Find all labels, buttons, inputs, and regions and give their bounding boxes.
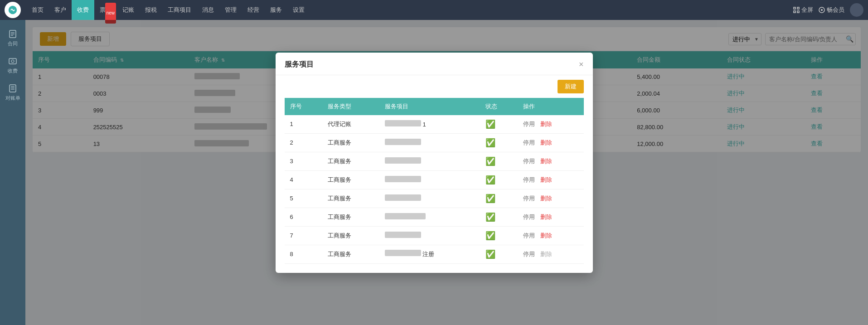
service-item-blur (385, 120, 421, 126)
sidebar-fee-label: 收费 (8, 68, 18, 74)
status-check-icon: ✅ (485, 175, 495, 184)
service-item-blur (385, 176, 421, 182)
stop-button[interactable]: 停用 (523, 139, 535, 146)
service-item-blur (385, 194, 421, 201)
sidebar: 合同 收费 对账单 (0, 20, 25, 325)
nav-operation[interactable]: 经营 (242, 0, 265, 20)
nav-bill[interactable]: 票据 new (94, 0, 117, 20)
statement-icon (8, 84, 17, 93)
list-item: 5 工商服务 ✅ 停用 删除 (285, 189, 584, 208)
svg-rect-3 (794, 11, 795, 13)
delete-button[interactable]: 删除 (540, 121, 552, 127)
nav-settings[interactable]: 设置 (287, 0, 310, 20)
delete-button[interactable]: 删除 (540, 139, 552, 146)
nav-message[interactable]: 消息 (197, 0, 219, 20)
nav-manage[interactable]: 管理 (219, 0, 242, 20)
list-item: 4 工商服务 ✅ 停用 删除 (285, 170, 584, 189)
fullscreen-button[interactable]: 全屏 (793, 6, 813, 14)
sidebar-item-fee[interactable]: 收费 (0, 52, 25, 79)
status-check-icon: ✅ (485, 138, 495, 147)
delete-button-disabled: 删除 (540, 251, 552, 257)
stop-button[interactable]: 停用 (523, 195, 535, 202)
delete-button[interactable]: 删除 (540, 176, 552, 183)
contract-icon (8, 29, 17, 39)
list-item: 8 工商服务 注册 ✅ 停用 删除 (285, 245, 584, 263)
svg-rect-11 (9, 58, 16, 64)
modal-close-button[interactable]: × (579, 60, 584, 68)
nav-bookkeeping[interactable]: 记账 (117, 0, 140, 20)
sidebar-statement-label: 对账单 (5, 95, 20, 102)
app-logo[interactable] (5, 2, 21, 18)
nav-tax[interactable]: 报税 (140, 0, 162, 20)
sidebar-contract-label: 合同 (8, 40, 18, 47)
status-check-icon: ✅ (485, 120, 495, 129)
delete-button[interactable]: 删除 (540, 232, 552, 239)
status-check-icon: ✅ (485, 157, 495, 166)
service-items-modal: 服务项目 × 新建 序号 服务类型 服务项目 状态 操作 1 (276, 53, 593, 273)
list-item: 3 工商服务 ✅ 停用 删除 (285, 152, 584, 170)
modal-body-wrapper: 序号 服务类型 服务项目 状态 操作 1 代理记账 1 ✅ 停用 (276, 98, 593, 273)
nav-home[interactable]: 首页 (26, 0, 49, 20)
stop-button[interactable]: 停用 (523, 251, 535, 257)
member-label: 畅会员 (827, 6, 844, 14)
nav-customer[interactable]: 客户 (49, 0, 72, 20)
modal-body: 序号 服务类型 服务项目 状态 操作 1 代理记账 1 ✅ 停用 (276, 98, 593, 273)
stop-button[interactable]: 停用 (523, 121, 535, 127)
user-avatar[interactable] (850, 3, 863, 17)
svg-rect-4 (797, 11, 799, 13)
modal-toolbar: 新建 (276, 75, 593, 98)
list-item: 7 工商服务 ✅ 停用 删除 (285, 226, 584, 245)
service-item-blur (385, 139, 421, 145)
status-check-icon: ✅ (485, 213, 495, 222)
service-item-blur (385, 250, 421, 256)
list-item: 1 代理记账 1 ✅ 停用 删除 (285, 115, 584, 134)
status-check-icon: ✅ (485, 250, 495, 259)
modal-col-status: 状态 (480, 98, 518, 115)
modal-header: 服务项目 × (276, 53, 593, 75)
nav-right: 全屏 畅会员 (793, 3, 863, 17)
modal-title: 服务项目 (285, 60, 314, 69)
nav-fee[interactable]: 收费 (72, 0, 94, 20)
svg-rect-2 (797, 7, 799, 9)
modal-col-action: 操作 (518, 98, 584, 115)
service-items-table: 序号 服务类型 服务项目 状态 操作 1 代理记账 1 ✅ 停用 (285, 98, 584, 264)
modal-table-header: 序号 服务类型 服务项目 状态 操作 (285, 98, 584, 115)
stop-button[interactable]: 停用 (523, 176, 535, 183)
list-item: 2 工商服务 ✅ 停用 删除 (285, 133, 584, 152)
stop-button[interactable]: 停用 (523, 232, 535, 239)
status-check-icon: ✅ (485, 231, 495, 240)
status-check-icon: ✅ (485, 194, 495, 203)
service-item-blur (385, 232, 421, 238)
svg-point-12 (11, 60, 14, 63)
modal-col-type: 服务类型 (322, 98, 379, 115)
modal-table-body: 1 代理记账 1 ✅ 停用 删除 2 工商服务 ✅ (285, 115, 584, 264)
sidebar-item-contract[interactable]: 合同 (0, 24, 25, 52)
top-nav: 首页 客户 收费 票据 new 记账 报税 工商项目 消息 管理 经营 服务 设… (0, 0, 868, 20)
service-item-blur (385, 157, 421, 164)
member-button[interactable]: 畅会员 (819, 6, 844, 14)
delete-button[interactable]: 删除 (540, 195, 552, 202)
delete-button[interactable]: 删除 (540, 158, 552, 165)
list-item: 6 工商服务 ✅ 停用 删除 (285, 208, 584, 226)
nav-commerce[interactable]: 工商项目 (162, 0, 197, 20)
sidebar-item-statement[interactable]: 对账单 (0, 79, 25, 106)
svg-rect-13 (10, 85, 16, 92)
nav-service[interactable]: 服务 (265, 0, 287, 20)
stop-button[interactable]: 停用 (523, 158, 535, 165)
fullscreen-label: 全屏 (801, 6, 813, 14)
delete-button[interactable]: 删除 (540, 213, 552, 220)
modal-col-item: 服务项目 (379, 98, 480, 115)
modal-col-seq: 序号 (285, 98, 322, 115)
service-item-blur (385, 213, 426, 219)
modal-new-button[interactable]: 新建 (558, 80, 584, 93)
stop-button[interactable]: 停用 (523, 213, 535, 220)
fee-icon (8, 57, 17, 66)
svg-point-6 (821, 9, 823, 11)
svg-rect-1 (794, 7, 795, 9)
